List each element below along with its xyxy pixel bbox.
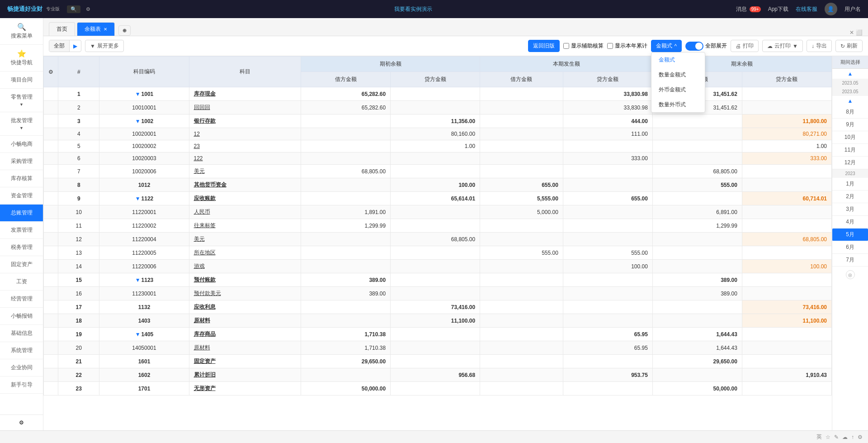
table-code-3[interactable]: 10020001 <box>99 128 189 140</box>
sidebar-item-system[interactable]: 系统管理 <box>0 342 43 359</box>
sidebar-item-coop[interactable]: 企业协同 <box>0 359 43 376</box>
table-subject-22[interactable]: 无形资产 <box>189 382 301 395</box>
table-code-15[interactable]: 11230001 <box>99 287 189 300</box>
expand-switch[interactable] <box>685 42 703 51</box>
table-code-5[interactable]: 10020003 <box>99 152 189 165</box>
table-subject-13[interactable]: 游戏 <box>189 260 301 273</box>
collapse-icon[interactable]: ◎ <box>846 270 855 279</box>
table-code-9[interactable]: 11220001 <box>99 205 189 219</box>
show-ytd-checkbox[interactable]: 显示本年累计 <box>607 42 647 50</box>
table-subject-19[interactable]: 原材料 <box>189 341 301 355</box>
print-btn[interactable]: 🖨 打印 <box>731 40 759 52</box>
sidebar-item-capital[interactable]: 资金管理 <box>0 187 43 205</box>
collapse-period-btn[interactable]: ◎ <box>834 268 866 281</box>
month-6[interactable]: 6月 <box>832 241 868 254</box>
table-code-16[interactable]: 1132 <box>99 300 189 314</box>
amount-mode-item-0[interactable]: 金额式 <box>651 52 705 67</box>
status-settings-icon[interactable]: ⚙ <box>858 434 863 440</box>
online-service-btn[interactable]: 在线客服 <box>796 5 817 13</box>
table-subject-10[interactable]: 往来标签 <box>189 219 301 233</box>
table-subject-15[interactable]: 预付款美元 <box>189 287 301 300</box>
tab-home[interactable]: 首页 <box>49 22 75 36</box>
table-subject-3[interactable]: 12 <box>189 128 301 140</box>
message-btn[interactable]: 消息 99+ <box>736 5 760 13</box>
sidebar-item-ecommerce[interactable]: 小畅电商 <box>0 136 43 153</box>
amount-mode-dropdown[interactable]: 金额式 ^ 金额式 数量金额式 外币金额式 数量外币式 <box>651 40 682 52</box>
table-subject-14[interactable]: 预付账款 <box>189 273 301 287</box>
tab-balance[interactable]: 余额表 ✕ <box>77 22 115 36</box>
sidebar-item-guide[interactable]: 新手引导 <box>0 376 43 394</box>
amount-mode-item-1[interactable]: 数量金额式 <box>651 67 705 82</box>
sidebar-item-purchase[interactable]: 采购管理 <box>0 153 43 170</box>
table-code-8[interactable]: ▼1122 <box>99 192 189 205</box>
table-subject-8[interactable]: 应收账款 <box>189 192 301 205</box>
table-subject-0[interactable]: 库存现金 <box>189 87 301 101</box>
table-subject-7[interactable]: 其他货币资金 <box>189 178 301 192</box>
sidebar-item-invoice[interactable]: 发票管理 <box>0 222 43 239</box>
table-code-2[interactable]: ▼1002 <box>99 114 189 128</box>
table-code-13[interactable]: 11220006 <box>99 260 189 273</box>
table-subject-6[interactable]: 美元 <box>189 165 301 178</box>
table-code-17[interactable]: 1403 <box>99 314 189 328</box>
table-code-19[interactable]: 14050001 <box>99 341 189 355</box>
sidebar-item-payroll[interactable]: 工资 <box>0 273 43 291</box>
table-subject-18[interactable]: 库存商品 <box>189 328 301 341</box>
th-settings[interactable]: ⚙ <box>44 57 58 87</box>
status-upload-icon[interactable]: ↑ <box>851 434 854 440</box>
sidebar-item-base[interactable]: 基础信息 <box>0 325 43 342</box>
window-max-icon[interactable]: ⬜ <box>856 29 863 36</box>
table-subject-12[interactable]: 所在地区 <box>189 246 301 260</box>
sidebar-item-project[interactable]: 项目合同 <box>0 71 43 89</box>
return-old-btn[interactable]: 返回旧版 <box>528 40 560 52</box>
table-code-10[interactable]: 11220002 <box>99 219 189 233</box>
table-subject-1[interactable]: 回回回 <box>189 101 301 114</box>
table-subject-9[interactable]: 人民币 <box>189 205 301 219</box>
amount-mode-item-2[interactable]: 外币金额式 <box>651 82 705 97</box>
table-code-12[interactable]: 11220005 <box>99 246 189 260</box>
table-code-21[interactable]: 1602 <box>99 368 189 382</box>
table-subject-4[interactable]: 23 <box>189 140 301 152</box>
show-aux-checkbox[interactable]: 显示辅助核算 <box>563 42 604 50</box>
sidebar-item-assets[interactable]: 固定资产 <box>0 256 43 273</box>
status-lang[interactable]: 英 <box>816 433 822 441</box>
table-subject-2[interactable]: 银行存款 <box>189 114 301 128</box>
sidebar-item-report[interactable]: 小畅报销 <box>0 308 43 325</box>
table-code-18[interactable]: ▼1405 <box>99 328 189 341</box>
table-code-1[interactable]: 10010001 <box>99 101 189 114</box>
refresh-btn[interactable]: ↻ 刷新 <box>835 40 863 52</box>
sidebar-item-retail[interactable]: 零售管理 ▼ <box>0 89 43 112</box>
sidebar-settings[interactable]: ⚙ <box>0 414 43 430</box>
sidebar-item-wholesale[interactable]: 批发管理 ▼ <box>0 112 43 136</box>
table-code-0[interactable]: ▼1001 <box>99 87 189 101</box>
month-3[interactable]: 3月 <box>832 203 868 216</box>
app-download-btn[interactable]: App下载 <box>768 5 788 13</box>
table-code-7[interactable]: 1012 <box>99 178 189 192</box>
export-btn[interactable]: ↓ 导出 <box>807 40 832 52</box>
table-subject-5[interactable]: 122 <box>189 152 301 165</box>
table-subject-21[interactable]: 累计折旧 <box>189 368 301 382</box>
month-12[interactable]: 12月 <box>832 157 868 169</box>
status-edit-icon[interactable]: ✎ <box>834 434 839 440</box>
month-4[interactable]: 4月 <box>832 216 868 229</box>
expand-more-btn[interactable]: ▼ 展开更多 <box>85 40 124 52</box>
sidebar-item-ledger[interactable]: 总账管理 <box>0 205 43 222</box>
table-code-14[interactable]: ▼1123 <box>99 273 189 287</box>
sidebar-item-tax[interactable]: 税务管理 <box>0 239 43 256</box>
table-subject-11[interactable]: 美元 <box>189 233 301 246</box>
settings-icon[interactable]: ⚙ <box>86 6 90 12</box>
table-subject-16[interactable]: 应收利息 <box>189 300 301 314</box>
sidebar-item-inventory[interactable]: 库存核算 <box>0 170 43 187</box>
search-bar[interactable]: 🔍 <box>67 5 80 13</box>
sidebar-item-search[interactable]: 🔍 搜索菜单 <box>0 18 43 45</box>
period-up-arrow[interactable]: ▲ <box>832 69 868 79</box>
amount-mode-item-3[interactable]: 数量外币式 <box>651 97 705 112</box>
month-8[interactable]: 8月 <box>832 106 868 119</box>
cloud-print-btn[interactable]: ☁ 云打印 ▼ <box>762 40 803 52</box>
table-container[interactable]: ⚙ # 科目编码 科目 期初余额 本期发生额 期末余额 借方金额 贷方金额 借方… <box>43 56 832 430</box>
month-11[interactable]: 11月 <box>832 144 868 157</box>
tab-close-icon[interactable]: ✕ <box>104 27 107 32</box>
period-up2-arrow[interactable]: ▲ <box>832 96 868 106</box>
filter-arrow[interactable]: ▶ <box>70 41 81 51</box>
month-1[interactable]: 1月 <box>832 178 868 191</box>
table-subject-17[interactable]: 原材料 <box>189 314 301 328</box>
